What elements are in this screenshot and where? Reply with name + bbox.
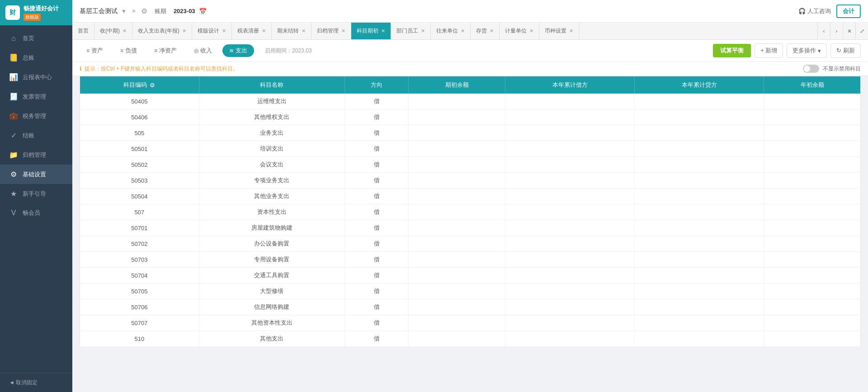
cell-ytd-debit-6 xyxy=(505,189,635,204)
topbar-accountant-btn[interactable]: 会计 xyxy=(836,5,861,18)
tab-template[interactable]: 模版设计✕ xyxy=(192,23,232,40)
tab-counterpart[interactable]: 往来单位✕ xyxy=(431,23,471,40)
tab-inventory[interactable]: 存货✕ xyxy=(471,23,500,40)
table-header-row: 科目编码 ⚙ 科目名称 方向 期初余额 本年累计借方 本年累计贷方 年初余额 xyxy=(80,76,861,94)
cell-ytd-debit-10 xyxy=(505,252,635,268)
tab-label-department: 部门员工 xyxy=(396,27,418,35)
tab-close-income_report[interactable]: ✕ xyxy=(182,28,186,34)
sidebar-item-reports[interactable]: 📊云报表中心 xyxy=(0,67,72,87)
sidebar-item-basic[interactable]: ⚙基础设置 xyxy=(0,165,72,184)
tab-unit[interactable]: 计量单位✕ xyxy=(500,23,539,40)
topbar-add-icon[interactable]: ＋ xyxy=(130,6,137,16)
sidebar-item-settle[interactable]: ✓结账 xyxy=(0,126,72,145)
cell-ytd-debit-2 xyxy=(505,125,635,141)
tab-archive[interactable]: 归档管理✕ xyxy=(311,23,351,40)
tab-label-unit: 计量单位 xyxy=(505,27,527,35)
main-content: 基层工会测试 ▼ ＋ ⚙ 账期 2023-03 📅 🎧 人工咨询 会计 首页收(… xyxy=(72,0,868,392)
topbar-calendar-icon[interactable]: 📅 xyxy=(199,8,207,15)
cell-init-bal-5 xyxy=(409,173,505,189)
sub-tab-icon-liability: ≡ xyxy=(120,47,123,54)
tab-close-tax_clear[interactable]: ✕ xyxy=(262,28,266,34)
cell-name-5: 专项业务支出 xyxy=(199,173,344,189)
cell-ytd-debit-11 xyxy=(505,268,635,283)
sidebar-item-archive[interactable]: 📁归档管理 xyxy=(0,145,72,165)
sidebar-item-tax[interactable]: 💼税务管理 xyxy=(0,106,72,126)
tab-period[interactable]: 收(中期)✕ xyxy=(94,23,132,40)
sub-tab-expense[interactable]: ≋支出 xyxy=(222,44,254,57)
cell-year-init-0 xyxy=(764,94,861,109)
table-container[interactable]: 科目编码 ⚙ 科目名称 方向 期初余额 本年累计借方 本年累计贷方 年初余额 xyxy=(72,76,868,392)
sub-tab-label-liability: 负债 xyxy=(125,47,137,55)
cell-name-6: 其他业务支出 xyxy=(199,189,344,204)
cell-name-10: 专用设备购置 xyxy=(199,252,344,268)
tab-scroll-left-btn[interactable]: ‹ xyxy=(817,23,830,40)
topbar-dropdown-icon[interactable]: ▼ xyxy=(121,8,127,14)
sidebar-item-home[interactable]: ⌂首页 xyxy=(0,29,72,48)
cell-ytd-credit-11 xyxy=(635,268,764,283)
tab-scroll-right-btn[interactable]: › xyxy=(830,23,843,40)
cell-code-4: 50502 xyxy=(80,157,199,173)
col-header-ytd-debit: 本年累计借方 xyxy=(505,76,635,94)
refresh-btn[interactable]: ↻ 刷新 xyxy=(830,43,861,58)
tab-close-period_end[interactable]: ✕ xyxy=(302,28,306,34)
tab-close-template[interactable]: ✕ xyxy=(222,28,226,34)
tab-close-all-btn[interactable]: ✕ xyxy=(843,23,855,40)
tab-close-counterpart[interactable]: ✕ xyxy=(461,28,465,34)
sub-tab-asset[interactable]: ≡资产 xyxy=(80,44,110,57)
sidebar-item-member[interactable]: V畅会员 xyxy=(0,203,72,222)
cell-code-14: 50707 xyxy=(80,315,199,331)
period-label: 启用期间：2023.03 xyxy=(265,47,311,55)
disable-toggle[interactable] xyxy=(803,65,819,73)
cell-code-7: 507 xyxy=(80,204,199,220)
tab-department[interactable]: 部门员工✕ xyxy=(391,23,431,40)
more-btn[interactable]: 更多操作 ▾ xyxy=(787,43,827,58)
sub-tab-liability[interactable]: ≡负债 xyxy=(113,44,144,57)
topbar: 基层工会测试 ▼ ＋ ⚙ 账期 2023-03 📅 🎧 人工咨询 会计 xyxy=(72,0,868,23)
sidebar-item-ledger[interactable]: 📒总账 xyxy=(0,48,72,67)
col-settings-icon[interactable]: ⚙ xyxy=(150,82,155,89)
tab-close-unit[interactable]: ✕ xyxy=(529,28,533,34)
cell-ytd-credit-15 xyxy=(635,331,764,347)
cell-name-3: 培训支出 xyxy=(199,141,344,157)
cell-dir-12: 借 xyxy=(344,283,409,299)
tab-close-department[interactable]: ✕ xyxy=(421,28,425,34)
tab-close-currency[interactable]: ✕ xyxy=(569,28,573,34)
sidebar-collapse-btn[interactable]: ◄ 取消固定 xyxy=(0,373,72,392)
cell-dir-4: 借 xyxy=(344,157,409,173)
topbar-help-label: 人工咨询 xyxy=(807,7,831,15)
tab-tax_clear[interactable]: 税表清册✕ xyxy=(232,23,272,40)
tab-period_end[interactable]: 期末结转✕ xyxy=(272,23,311,40)
tab-subject_init[interactable]: 科目期初✕ xyxy=(351,23,391,40)
sub-tab-label-income: 收入 xyxy=(200,47,212,55)
sub-tab-income[interactable]: ◎收入 xyxy=(187,44,219,57)
cell-code-8: 50701 xyxy=(80,220,199,236)
topbar-help-btn[interactable]: 🎧 人工咨询 xyxy=(798,7,831,15)
tab-close-inventory[interactable]: ✕ xyxy=(490,28,494,34)
cell-year-init-11 xyxy=(764,268,861,283)
home-icon: ⌂ xyxy=(9,34,18,43)
tab-close-archive[interactable]: ✕ xyxy=(341,28,345,34)
table-row: 50502 会议支出 借 xyxy=(80,157,861,173)
cell-ytd-debit-8 xyxy=(505,220,635,236)
sub-tab-net_asset[interactable]: ≡净资产 xyxy=(147,44,184,57)
topbar-settings-icon[interactable]: ⚙ xyxy=(141,7,147,15)
tab-income_report[interactable]: 收入支出表(年报)✕ xyxy=(132,23,192,40)
cell-dir-6: 借 xyxy=(344,189,409,204)
table-row: 50706 信息网络购建 借 xyxy=(80,299,861,315)
cell-ytd-debit-4 xyxy=(505,157,635,173)
tab-close-period[interactable]: ✕ xyxy=(123,28,127,34)
tab-close-subject_init[interactable]: ✕ xyxy=(381,28,385,34)
balance-btn[interactable]: 试算平衡 xyxy=(713,44,751,57)
table-row: 50504 其他业务支出 借 xyxy=(80,189,861,204)
cell-name-9: 办公设备购置 xyxy=(199,236,344,252)
tab-label-home: 首页 xyxy=(78,27,89,35)
cell-dir-9: 借 xyxy=(344,236,409,252)
add-btn[interactable]: + 新增 xyxy=(755,43,783,58)
sidebar-collapse-label: ◄ 取消固定 xyxy=(9,379,38,387)
tab-currency[interactable]: 币种设置✕ xyxy=(539,23,579,40)
tab-expand-btn[interactable]: ⤢ xyxy=(855,23,868,40)
tab-home[interactable]: 首页 xyxy=(72,23,94,40)
sidebar-item-newbie[interactable]: ★新手引导 xyxy=(0,184,72,203)
sidebar-item-invoice[interactable]: 🧾发票管理 xyxy=(0,87,72,106)
cell-init-bal-14 xyxy=(409,315,505,331)
